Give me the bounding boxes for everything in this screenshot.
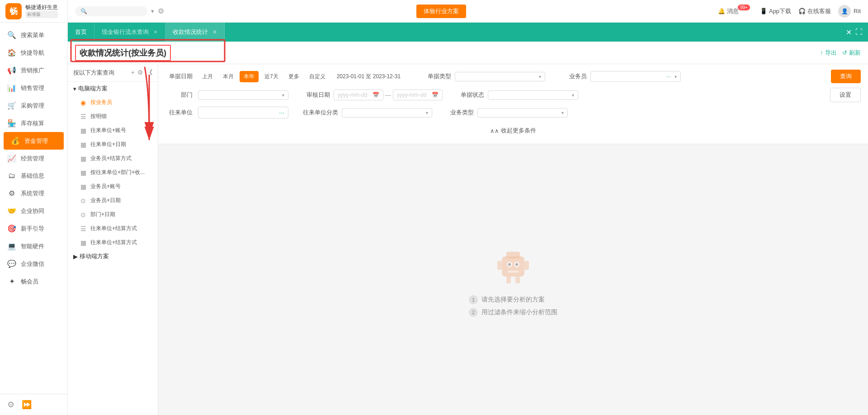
sidebar-item-label-inventory: 库存核算 [21,119,44,127]
topbar-settings-icon[interactable]: ⚙ [158,7,164,15]
date-tabs: 上月 本月 本年 近7天 更多 自定义 [198,71,330,82]
settings-bottom-icon[interactable]: ⚙ [7,400,14,410]
tab-expand-icon[interactable]: ⛶ [855,28,863,36]
partner-select[interactable]: ··· [198,107,288,118]
sidebar-item-basic[interactable]: 🗂 基础信息 [0,167,67,184]
scheme-item-salesman-date[interactable]: ⊙ 业务员+日期 [68,193,158,208]
wechat-icon: 💬 [7,259,16,268]
scheme-item-partner-settlement2[interactable]: ▦ 往来单位+结算方式 [68,236,158,250]
sidebar-item-inventory[interactable]: 🏪 库存核算 [0,114,67,132]
date-tab-this-month[interactable]: 本月 [219,71,238,82]
notification-btn[interactable]: 🔔 消息 99+ [718,7,753,15]
sidebar-item-purchase[interactable]: 🛒 采购管理 [0,97,67,114]
scheme-item-by-detail[interactable]: ☰ 按明细 [68,109,158,123]
partner-category-select[interactable]: ▾ [342,108,432,118]
partner-more-dots[interactable]: ··· [279,109,284,116]
chevron-right-icon: ▶ [73,253,78,260]
scheme-item-partner-date[interactable]: ▦ 往来单位+日期 [68,137,158,151]
tab-bank-flow[interactable]: 现金银行流水查询 ✕ [94,23,165,42]
settings-btn[interactable]: 设置 [830,88,861,102]
inventory-icon: 🏪 [7,119,16,127]
sidebar-item-wechat[interactable]: 💬 企业微信 [0,255,67,273]
filter-row-3: 往来单位 ··· 往来单位分类 ▾ 业务类型 [165,107,861,118]
sidebar-item-enterprise[interactable]: 🤝 企业协同 [0,202,67,220]
calendar-icon-1[interactable]: 📅 [373,92,379,98]
member-icon: ✦ [7,277,16,286]
sidebar-item-member[interactable]: ✦ 畅会员 [0,273,67,290]
doc-status-group: 单据状态 ▾ [457,90,578,100]
online-support-btn[interactable]: 🎧 在线客服 [798,7,831,15]
user-profile-btn[interactable]: 👤 Rit [838,5,861,18]
collapse-panel-icon[interactable]: 《 [146,69,152,77]
right-panel: 单据日期 上月 本月 本年 近7天 更多 自定义 2023-01-01 至 20… [158,64,868,415]
step-1-text: 请先选择要分析的方案 [481,296,545,304]
sidebar-item-label-search: 搜索菜单 [21,31,44,39]
scheme-item-partner-account[interactable]: ▦ 往来单位+账号 [68,123,158,137]
refresh-btn[interactable]: ↺ 刷新 [842,49,861,57]
partner-category-group: 往来单位分类 ▾ [303,108,432,118]
tab-collection-stats-close[interactable]: ✕ [212,29,217,35]
tab-home[interactable]: 首页 [68,23,94,42]
app-download-btn[interactable]: 📱 App下载 [760,7,791,15]
sidebar-nav: 🔍 搜索菜单 🏠 快捷导航 📢 营销推广 📊 销售管理 🛒 采购管理 🏪 库存核… [0,23,67,394]
sidebar-item-finance[interactable]: 💰 资金管理 [4,132,64,150]
scheme-item-salesman-settlement[interactable]: ▦ 业务员+结算方式 [68,151,158,165]
sidebar-item-label-wechat: 企业微信 [21,260,44,268]
sidebar-item-hardware[interactable]: 💻 智能硬件 [0,237,67,255]
dept-select[interactable]: ▾ [198,90,288,100]
left-panel: 按以下方案查询 + ⚙ 《 ▾ 电脑端方案 ◉ 按业务员 ☰ 按 [68,64,158,415]
date-tab-this-year[interactable]: 本年 [240,71,259,82]
scheme-group-mobile-title[interactable]: ▶ 移动端方案 [68,250,158,263]
svg-rect-0 [502,256,524,277]
partner-label: 往来单位 [165,108,193,117]
export-btn[interactable]: ↑ 导出 [821,49,837,57]
date-tab-last7[interactable]: 近7天 [260,71,283,82]
dept-date-icon: ⊙ [80,211,88,218]
business-type-select[interactable]: ▾ [477,108,568,118]
salesman-more-dots[interactable]: ··· [666,73,671,80]
doc-status-select[interactable]: ▾ [488,90,578,100]
tab-collection-stats[interactable]: 收款情况统计 ✕ [165,23,225,42]
calendar-icon-2[interactable]: 📅 [432,92,439,98]
tab-bank-flow-close[interactable]: ✕ [153,29,158,35]
sidebar-item-operations[interactable]: 📈 经营管理 [0,150,67,167]
review-date-end[interactable]: yyyy-mm-dd 📅 [393,90,443,100]
trial-industry-btn[interactable]: 体验行业方案 [416,5,466,18]
sidebar-item-system[interactable]: ⚙ 系统管理 [0,184,67,202]
doc-status-chevron: ▾ [572,93,574,98]
date-tab-more[interactable]: 更多 [284,71,303,82]
add-scheme-icon[interactable]: + [131,69,135,77]
sidebar-item-marketing[interactable]: 📢 营销推广 [0,61,67,79]
scheme-item-salesman-account-label: 业务员+账号 [90,183,121,190]
scheme-group-desktop-title[interactable]: ▾ 电脑端方案 [68,82,158,95]
app-logo: 畅 畅捷通好生意 标准版 [0,0,67,23]
scheme-item-dept-date[interactable]: ⊙ 部门+日期 [68,208,158,222]
date-tab-custom[interactable]: 自定义 [305,71,330,82]
salesman-group: 业务员 ··· ▾ [560,71,681,82]
sidebar-item-sales[interactable]: 📊 销售管理 [0,79,67,97]
collapse-sidebar-icon[interactable]: ⏩ [22,400,32,410]
sidebar-bottom: ⚙ ⏩ [0,394,67,415]
business-type-chevron: ▾ [561,110,564,115]
date-tab-last-month[interactable]: 上月 [198,71,217,82]
topbar-dropdown-icon[interactable]: ▾ [151,8,154,14]
scheme-settings-icon[interactable]: ⚙ [137,69,143,77]
scheme-item-partner-settlement1[interactable]: ☰ 往来单位+结算方式 [68,222,158,236]
topbar-search-box[interactable]: 🔍 [75,6,147,16]
scheme-item-partner-dept-collect[interactable]: ▦ 按往来单位+部门+收... [68,165,158,179]
doc-type-select[interactable]: ▾ [455,72,545,81]
sidebar-item-guide[interactable]: 🎯 新手引导 [0,220,67,237]
scheme-item-salesman-account[interactable]: ▦ 业务员+账号 [68,179,158,193]
salesman-select[interactable]: ··· ▾ [590,71,681,82]
sidebar-item-label-quicknav: 快捷导航 [21,49,44,57]
sidebar-item-search[interactable]: 🔍 搜索菜单 [0,26,67,44]
tab-home-label: 首页 [75,28,87,36]
collapse-more-conditions[interactable]: ∧∧ 收起更多条件 [483,123,543,138]
review-date-end-placeholder: yyyy-mm-dd [397,92,426,98]
tab-close-all-icon[interactable]: ✕ [846,28,852,37]
review-date-start[interactable]: yyyy-mm-dd 📅 [334,90,383,100]
query-btn[interactable]: 查询 [831,70,861,83]
sidebar-item-quicknav[interactable]: 🏠 快捷导航 [0,44,67,61]
salesman-date-icon: ⊙ [80,197,88,204]
scheme-item-by-salesman[interactable]: ◉ 按业务员 [68,95,158,109]
